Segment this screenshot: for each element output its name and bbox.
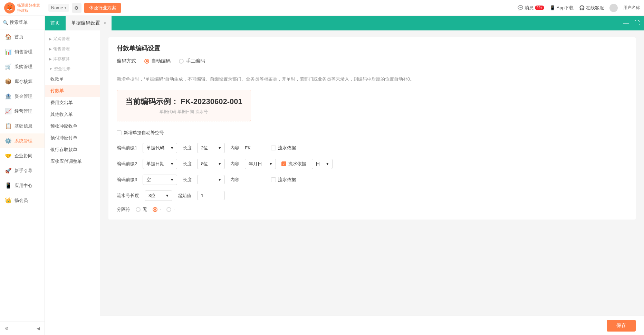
info-text: 新增单据时，*单据编码*自动生成，不可编辑。前缀设置为部门、业务员等档案类，开单… bbox=[117, 76, 627, 83]
settings-icon[interactable]: ⚙ bbox=[72, 3, 81, 13]
sidebar-item-enterprise[interactable]: 🤝 企业协同 bbox=[0, 148, 45, 163]
sub-menu-item-advance-receivable[interactable]: 预收冲应收单 bbox=[45, 120, 100, 132]
preview-desc: 单据代码-单据日期-流水号 bbox=[125, 109, 242, 115]
sep-radio-dot[interactable]: · bbox=[153, 207, 161, 212]
manual-code-radio-circle bbox=[179, 59, 184, 64]
capital-icon: 🏦 bbox=[5, 93, 12, 100]
preview-code-value: FK-20230602-001 bbox=[181, 97, 242, 106]
sub-menu-item-expense[interactable]: 费用支出单 bbox=[45, 97, 100, 109]
sidebar-item-home[interactable]: 🏠 首页 bbox=[0, 29, 45, 44]
sidebar-settings-btn[interactable]: ⚙ bbox=[3, 325, 11, 332]
content2-select[interactable]: 年月日 ▾ bbox=[245, 159, 276, 169]
form-row-prefix2: 编码前缀2 单据日期 ▾ 长度 8位 ▾ 内容 bbox=[117, 159, 627, 169]
sidebar-item-label: 企业协同 bbox=[15, 153, 32, 159]
prefix3-select[interactable]: 空 ▾ bbox=[143, 175, 177, 185]
sub-menu-item-bank-deposit[interactable]: 银行存取款单 bbox=[45, 144, 100, 156]
sep-radio-dash-circle bbox=[166, 207, 171, 212]
sub-menu-group-purchase[interactable]: ▶ 采购管理 bbox=[45, 33, 100, 43]
preview-label: 当前编码示例： bbox=[125, 97, 179, 106]
sub-menu-item-label: 费用支出单 bbox=[50, 100, 73, 106]
top-header-right: 💬 消息 99+ 📱 App下载 🎧 在线客服 用户名称 bbox=[518, 4, 640, 12]
serial1-checkbox[interactable] bbox=[271, 146, 276, 150]
tab-bar-actions: — ⛶ bbox=[622, 19, 644, 27]
sidebar-item-label: 系统管理 bbox=[15, 138, 32, 144]
content3-label: 内容 bbox=[230, 177, 239, 183]
serial2-checkbox[interactable]: ✓ bbox=[281, 161, 286, 166]
sidebar-item-purchase[interactable]: 🛒 采购管理 bbox=[0, 59, 45, 74]
prefix1-select[interactable]: 单据代码 ▾ bbox=[143, 143, 177, 153]
length1-select[interactable]: 2位 ▾ bbox=[197, 143, 225, 153]
dropdown-icon: ▾ bbox=[171, 145, 173, 150]
sep-radio-dot-circle bbox=[153, 207, 157, 212]
sidebar-item-sales[interactable]: 📊 销售管理 bbox=[0, 44, 45, 59]
sidebar-item-guide[interactable]: 🚀 新手引导 bbox=[0, 163, 45, 178]
separator-label: 分隔符 bbox=[117, 206, 130, 213]
experience-button[interactable]: 体验行业方案 bbox=[84, 3, 121, 13]
auto-code-radio[interactable]: 自动编码 bbox=[144, 58, 171, 64]
tab-home[interactable]: 首页 bbox=[45, 16, 66, 30]
system-icon: ⚙️ bbox=[5, 138, 12, 144]
sub-menu-item-other-income[interactable]: 其他收入单 bbox=[45, 109, 100, 120]
tab-expand-btn[interactable]: ⛶ bbox=[633, 19, 641, 27]
sub-menu-group-inventory[interactable]: ▶ 库存核算 bbox=[45, 53, 100, 63]
message-action[interactable]: 💬 消息 99+ bbox=[518, 5, 544, 11]
sep-radio-dash[interactable]: · bbox=[166, 207, 175, 212]
sidebar-item-inventory[interactable]: 📦 库存核算 bbox=[0, 74, 45, 89]
sidebar-item-basic[interactable]: 📋 基础信息 bbox=[0, 119, 45, 133]
serial-length-select[interactable]: 3位 ▾ bbox=[145, 190, 172, 201]
sub-menu-item-receipt[interactable]: 收款单 bbox=[45, 73, 100, 85]
length2-select[interactable]: 8位 ▾ bbox=[197, 159, 225, 169]
content3-value bbox=[245, 178, 266, 181]
encoding-method-row: 编码方式 自动编码 手工编码 bbox=[117, 58, 627, 70]
save-button[interactable]: 保存 bbox=[607, 320, 636, 332]
serial3-label: 流水依据 bbox=[278, 177, 296, 183]
basic-icon: 📋 bbox=[5, 123, 12, 129]
company-selector[interactable]: Name ▾ bbox=[48, 4, 69, 12]
sub-menu-item-ar-ap-adjust[interactable]: 应收应付调整单 bbox=[45, 156, 100, 167]
sub-menu-group-sales[interactable]: ▶ 销售管理 bbox=[45, 43, 100, 53]
day-select[interactable]: 日 ▾ bbox=[312, 159, 333, 169]
sidebar-search[interactable]: 🔍 搜索菜单 bbox=[0, 16, 45, 29]
sidebar-item-member[interactable]: 👑 畅会员 bbox=[0, 193, 45, 208]
sub-menu-item-advance-payment[interactable]: 预付冲应付单 bbox=[45, 132, 100, 144]
sidebar-item-label: 资金管理 bbox=[15, 93, 32, 100]
sub-menu-item-payment[interactable]: 付款单 bbox=[45, 85, 100, 97]
tab-bar: 首页 单据编码设置 × — ⛶ bbox=[45, 16, 644, 30]
dropdown-icon: ▾ bbox=[171, 177, 173, 182]
dropdown-icon: ▾ bbox=[219, 145, 221, 150]
manual-code-radio[interactable]: 手工编码 bbox=[179, 58, 205, 64]
serial3-area: 流水依据 bbox=[271, 177, 296, 183]
main-layout: 🔍 搜索菜单 🏠 首页 📊 销售管理 🛒 采购管理 📦 库存核算 🏦 bbox=[0, 16, 644, 335]
expand-icon: ▶ bbox=[49, 37, 52, 41]
serial3-checkbox[interactable] bbox=[271, 177, 276, 182]
sidebar-item-apps[interactable]: 📱 应用中心 bbox=[0, 178, 45, 193]
app-download-action[interactable]: 📱 App下载 bbox=[550, 5, 574, 11]
sidebar-collapse-btn[interactable]: ◀ bbox=[35, 325, 42, 332]
tab-close-icon[interactable]: × bbox=[104, 21, 106, 26]
page-wrapper: 付款单编码设置 编码方式 自动编码 手工编码 bbox=[100, 30, 644, 335]
sub-menu-group-capital[interactable]: ▼ 资金往来 bbox=[45, 63, 100, 73]
download-icon: 📱 bbox=[550, 5, 555, 10]
sidebar-item-capital[interactable]: 🏦 资金管理 bbox=[0, 89, 45, 104]
sub-menu-group-label: 资金往来 bbox=[54, 66, 70, 72]
sidebar-item-system[interactable]: ⚙️ 系统管理 bbox=[0, 133, 45, 148]
prefix2-select[interactable]: 单据日期 ▾ bbox=[143, 159, 177, 169]
online-service-action[interactable]: 🎧 在线客服 bbox=[579, 5, 604, 11]
day-select-area: 日 ▾ bbox=[312, 159, 333, 169]
length3-select[interactable]: ▾ bbox=[197, 175, 225, 184]
sidebar-item-operation[interactable]: 📈 经营管理 bbox=[0, 104, 45, 119]
expand-icon: ▼ bbox=[49, 67, 52, 71]
tab-minimize-btn[interactable]: — bbox=[622, 19, 630, 27]
content2-label: 内容 bbox=[230, 161, 239, 167]
message-icon: 💬 bbox=[518, 5, 523, 10]
top-header-middle: Name ▾ ⚙ 体验行业方案 bbox=[48, 3, 515, 13]
separator-row: 分隔符 无 · · bbox=[117, 206, 627, 213]
start-value-input[interactable] bbox=[197, 191, 225, 200]
tab-current[interactable]: 单据编码设置 × bbox=[66, 16, 112, 30]
apps-icon: 📱 bbox=[5, 182, 12, 189]
sep-radio-none[interactable]: 无 bbox=[136, 206, 147, 213]
top-header: 🦊 畅通道好生意 搭建版 Name ▾ ⚙ 体验行业方案 💬 消息 99+ 📱 … bbox=[0, 0, 644, 16]
length2-label: 长度 bbox=[183, 161, 192, 167]
auto-fill-checkbox[interactable] bbox=[117, 130, 122, 135]
home-icon: 🏠 bbox=[5, 34, 12, 40]
